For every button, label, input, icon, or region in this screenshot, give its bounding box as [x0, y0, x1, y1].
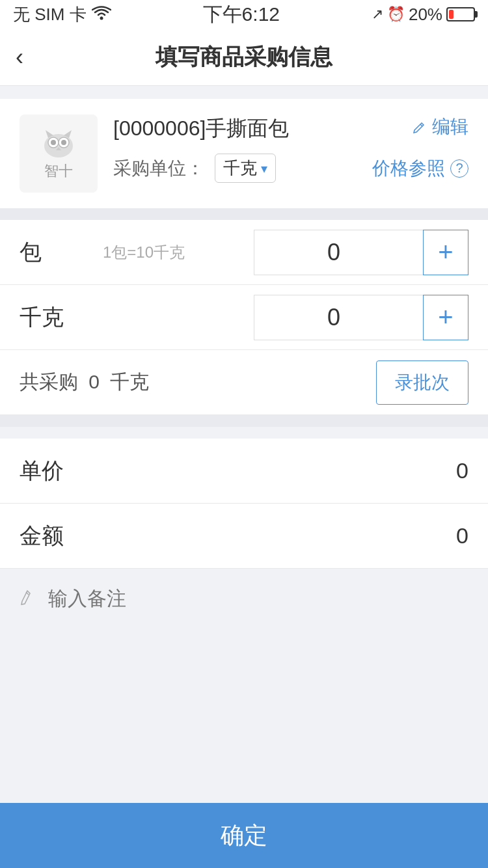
amount-row: 金额 0	[0, 504, 488, 569]
section-divider-1	[0, 208, 488, 220]
summary-value: 0	[88, 371, 100, 392]
svg-point-4	[51, 140, 56, 145]
bag-input-right: +	[254, 230, 468, 275]
record-batch-button[interactable]: 录批次	[376, 360, 468, 405]
amount-label: 金额	[20, 521, 64, 551]
bag-sublabel: 1包=10千克	[103, 242, 185, 263]
location-icon: ↗	[372, 6, 383, 23]
kg-input[interactable]	[254, 295, 423, 340]
product-unit-row: 采购单位： 千克 ▾ 价格参照 ?	[113, 154, 468, 183]
price-ref-button[interactable]: 价格参照 ?	[372, 156, 468, 181]
price-value: 0	[456, 458, 468, 483]
product-image: 智十	[20, 115, 98, 193]
summary-text: 共采购 0 千克	[20, 369, 149, 396]
price-label: 单价	[20, 456, 64, 486]
wifi-icon	[92, 5, 111, 25]
help-icon: ?	[450, 159, 468, 178]
battery-percent: 20%	[409, 5, 442, 25]
status-left: 无 SIM 卡	[13, 3, 111, 26]
price-amount-section: 单价 0 金额 0	[0, 439, 488, 569]
status-bar: 无 SIM 卡 下午6:12 ↗ ⏰ 20%	[0, 0, 488, 29]
back-button[interactable]: ‹	[16, 44, 23, 71]
summary-row: 共采购 0 千克 录批次	[0, 350, 488, 415]
bag-input[interactable]	[254, 230, 423, 275]
svg-line-9	[420, 124, 422, 126]
edit-button[interactable]: 编辑	[413, 115, 468, 139]
kg-input-row: 千克 +	[0, 285, 488, 350]
amount-value: 0	[456, 523, 468, 549]
confirm-button[interactable]: 确定	[0, 803, 488, 868]
kg-input-right: +	[254, 295, 468, 340]
pencil-icon	[20, 587, 38, 610]
status-time: 下午6:12	[203, 1, 280, 28]
page-title: 填写商品采购信息	[156, 42, 332, 72]
product-header: [0000006]手撕面包 编辑	[113, 115, 468, 143]
status-right: ↗ ⏰ 20%	[372, 5, 475, 25]
owl-label: 智十	[44, 161, 73, 181]
svg-point-0	[100, 16, 103, 20]
product-info: [0000006]手撕面包 编辑 采购单位： 千克 ▾ 价格参照 ?	[113, 115, 468, 183]
remark-section	[0, 569, 488, 628]
nav-bar: ‹ 填写商品采购信息	[0, 29, 488, 86]
input-section: 包 1包=10千克 + 千克 +	[0, 220, 488, 350]
product-card: 智十 [0000006]手撕面包 编辑 采购单位： 千克 ▾ 价格参照 ?	[0, 99, 488, 208]
kg-label: 千克	[20, 303, 98, 332]
price-row: 单价 0	[0, 439, 488, 504]
alarm-icon: ⏰	[387, 6, 405, 23]
unit-label: 采购单位：	[113, 156, 204, 181]
section-divider-2	[0, 415, 488, 427]
product-name: [0000006]手撕面包	[113, 115, 289, 143]
svg-point-5	[61, 140, 66, 145]
unit-select[interactable]: 千克 ▾	[215, 154, 276, 183]
bag-plus-button[interactable]: +	[423, 230, 468, 275]
kg-plus-button[interactable]: +	[423, 295, 468, 340]
dropdown-icon: ▾	[261, 161, 267, 176]
bag-label: 包	[20, 237, 98, 267]
battery-icon	[446, 7, 475, 21]
carrier-label: 无 SIM 卡	[13, 3, 87, 26]
bag-input-row: 包 1包=10千克 +	[0, 220, 488, 285]
remark-input[interactable]	[48, 588, 468, 610]
